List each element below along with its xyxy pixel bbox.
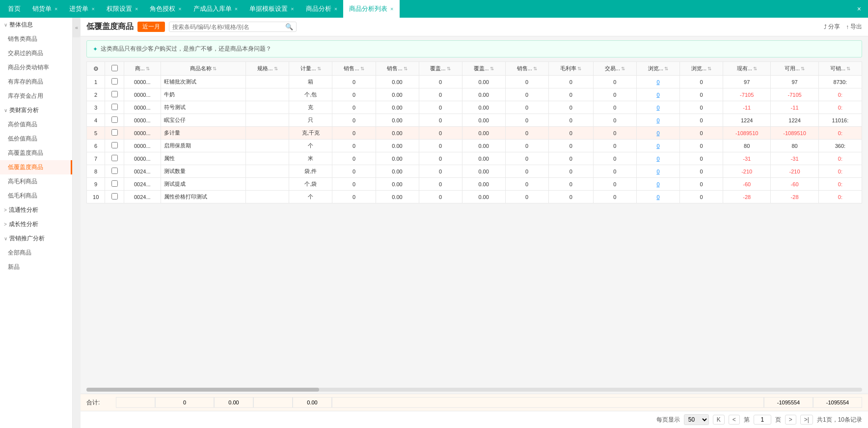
last-page-button[interactable]: >| [800, 415, 813, 425]
sidebar-item-all-goods[interactable]: 全部商品 [0, 246, 72, 260]
th-gross-rate[interactable]: 毛利率⇅ [548, 62, 593, 76]
nav-tab-permissions[interactable]: 权限设置 × [101, 0, 144, 18]
prev-page-button[interactable]: < [729, 415, 740, 425]
nav-tab-home[interactable]: 首页 [2, 0, 27, 18]
nav-tab-analysis[interactable]: 商品分析 × [300, 0, 343, 18]
close-analysis-tab[interactable]: × [334, 6, 337, 12]
sidebar-section-growth[interactable]: > 成长性分析 [0, 217, 72, 231]
row-checkbox[interactable] [111, 142, 118, 148]
sidebar-section-overall[interactable]: ∨ 整体信息 [0, 18, 72, 32]
sidebar-section-circulation[interactable]: > 流通性分析 [0, 203, 72, 217]
nav-tab-sales[interactable]: 销货单 × [27, 0, 63, 18]
td-checkbox[interactable] [105, 114, 124, 127]
row-checkbox[interactable] [111, 168, 118, 174]
sidebar-section-wealth[interactable]: ∨ 类财富分析 [0, 103, 72, 117]
th-spec[interactable]: 规格...⇅ [246, 62, 289, 76]
td-checkbox[interactable] [105, 152, 124, 165]
th-sales2[interactable]: 销售...⇅ [505, 62, 548, 76]
sidebar-item-low-margin[interactable]: 低毛利商品 [0, 189, 72, 203]
sidebar-section-marketing[interactable]: ∨ 营销推广分析 [0, 231, 72, 246]
th-available[interactable]: 可用...⇅ [771, 62, 818, 76]
td-browse1[interactable]: 0 [636, 88, 679, 101]
row-checkbox[interactable] [111, 91, 118, 97]
td-checkbox[interactable] [105, 140, 124, 152]
sidebar-item-in-stock[interactable]: 有库存的商品 [0, 75, 72, 89]
th-code[interactable]: 商...⇅ [124, 62, 161, 76]
th-name[interactable]: 商品名称⇅ [161, 62, 246, 76]
th-unit[interactable]: 计量...⇅ [289, 62, 332, 76]
scroll-thumb[interactable] [86, 388, 319, 392]
th-browse1[interactable]: 浏览...⇅ [636, 62, 679, 76]
td-checkbox[interactable] [105, 76, 124, 88]
th-sales-qty[interactable]: 销售...⇅ [332, 62, 376, 76]
th-current[interactable]: 现有...⇅ [723, 62, 770, 76]
td-browse1[interactable]: 0 [636, 178, 679, 191]
td-checkbox[interactable] [105, 127, 124, 140]
th-trade[interactable]: 交易...⇅ [593, 62, 636, 76]
td-checkbox[interactable] [105, 101, 124, 114]
settings-icon[interactable]: ⚙ [93, 65, 99, 72]
sidebar-item-stock-capital[interactable]: 库存资金占用 [0, 89, 72, 103]
td-browse1[interactable]: 0 [636, 140, 679, 152]
sidebar-item-low-coverage[interactable]: 低覆盖度商品 [0, 160, 72, 174]
next-page-button[interactable]: > [785, 415, 796, 425]
sidebar-item-new-goods[interactable]: 新品 [0, 260, 72, 274]
th-browse2[interactable]: 浏览...⇅ [679, 62, 723, 76]
td-checkbox[interactable] [105, 191, 124, 203]
row-checkbox[interactable] [111, 155, 118, 161]
row-checkbox[interactable] [111, 129, 118, 136]
close-all-button[interactable]: × [854, 4, 864, 14]
close-purchase-tab[interactable]: × [91, 6, 94, 12]
sidebar-item-traded-goods[interactable]: 交易过的商品 [0, 46, 72, 60]
export-button[interactable]: ↑ 导出 [846, 23, 862, 31]
td-checkbox[interactable] [105, 88, 124, 101]
page-size-select[interactable]: 50 20 100 200 [684, 414, 709, 425]
close-permissions-tab[interactable]: × [135, 6, 138, 12]
nav-tab-template[interactable]: 单据模板设置 × [244, 0, 299, 18]
page-number-input[interactable] [754, 415, 771, 425]
td-browse1[interactable]: 0 [636, 114, 679, 127]
row-checkbox[interactable] [111, 180, 118, 187]
sidebar-item-category-rate[interactable]: 商品分类动销率 [0, 60, 72, 75]
close-analysis-list-tab[interactable]: × [390, 6, 393, 12]
row-checkbox[interactable] [111, 116, 118, 123]
first-page-button[interactable]: K [713, 415, 725, 425]
nav-tab-product-entry[interactable]: 产成品入库单 × [188, 0, 244, 18]
sidebar-item-sales-goods[interactable]: 销售类商品 [0, 32, 72, 46]
search-input[interactable] [172, 24, 285, 30]
close-template-tab[interactable]: × [291, 6, 294, 12]
row-checkbox[interactable] [111, 104, 118, 110]
close-product-entry-tab[interactable]: × [235, 6, 238, 12]
td-browse1[interactable]: 0 [636, 101, 679, 114]
sidebar-item-low-value[interactable]: 低价值商品 [0, 132, 72, 146]
search-icon[interactable]: 🔍 [285, 23, 293, 30]
table-container[interactable]: ⚙ 商...⇅ 商品名称⇅ 规格...⇅ 计量...⇅ 销售...⇅ 销售...… [81, 57, 868, 386]
share-button[interactable]: ⤴ 分享 [824, 23, 840, 31]
sidebar-item-high-margin[interactable]: 高毛利商品 [0, 174, 72, 189]
select-all-checkbox[interactable] [111, 65, 118, 71]
td-checkbox[interactable] [105, 178, 124, 191]
date-filter-button[interactable]: 近一月 [137, 22, 165, 32]
td-browse1[interactable]: 0 [636, 76, 679, 88]
nav-tab-analysis-list[interactable]: 商品分析列表 × [343, 0, 399, 18]
td-browse1[interactable]: 0 [636, 165, 679, 178]
row-checkbox[interactable] [111, 193, 118, 200]
th-saleable[interactable]: 可销...⇅ [818, 62, 862, 76]
nav-tab-roles[interactable]: 角色授权 × [144, 0, 187, 18]
horizontal-scroll-area[interactable] [81, 386, 868, 394]
th-checkbox[interactable] [105, 62, 124, 76]
sidebar-item-high-value[interactable]: 高价值商品 [0, 117, 72, 132]
sidebar-toggle[interactable]: « [73, 18, 81, 37]
sidebar-item-high-coverage[interactable]: 高覆盖度商品 [0, 146, 72, 160]
th-sales-amt[interactable]: 销售...⇅ [376, 62, 419, 76]
close-roles-tab[interactable]: × [178, 6, 181, 12]
th-cover2[interactable]: 覆盖...⇅ [462, 62, 505, 76]
nav-tab-purchase[interactable]: 进货单 × [63, 0, 100, 18]
row-checkbox[interactable] [111, 78, 118, 85]
td-checkbox[interactable] [105, 165, 124, 178]
scroll-track[interactable] [86, 388, 862, 392]
td-browse1[interactable]: 0 [636, 152, 679, 165]
th-cover1[interactable]: 覆盖...⇅ [419, 62, 462, 76]
td-browse1[interactable]: 0 [636, 191, 679, 203]
td-browse1[interactable]: 0 [636, 127, 679, 140]
